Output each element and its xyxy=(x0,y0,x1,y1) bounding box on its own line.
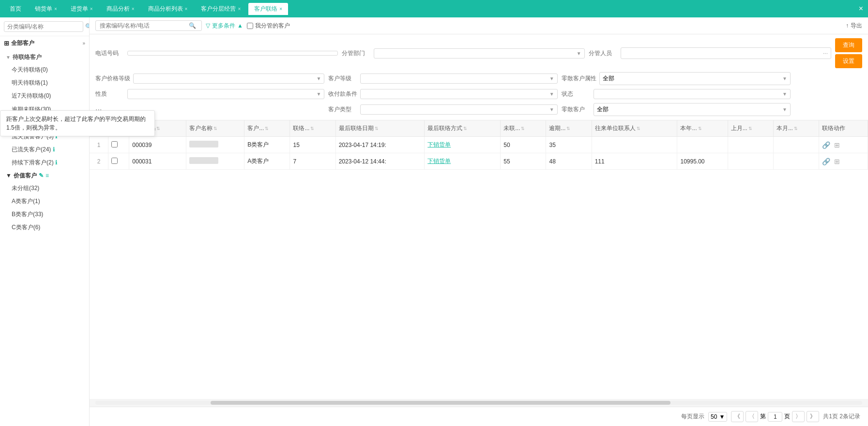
page-input[interactable] xyxy=(768,412,782,422)
nav-analysis-list[interactable]: 商品分析列表 × xyxy=(142,3,194,15)
query-button[interactable]: 查询 xyxy=(835,38,862,52)
close-analysis-tab[interactable]: × xyxy=(132,6,135,12)
col-uncontacted[interactable]: 未联... ⇅ xyxy=(501,120,546,137)
nav-purchase[interactable]: 进货单 × xyxy=(65,3,99,15)
row-code-2: 000031 xyxy=(129,153,186,170)
customer-level-select[interactable]: ▼ xyxy=(360,73,557,84)
window-close-button[interactable]: × xyxy=(859,4,863,13)
row-year-1 xyxy=(677,137,728,153)
settings-button[interactable]: 设置 xyxy=(835,54,862,68)
filter-action-buttons: 查询 设置 xyxy=(835,38,862,68)
sidebar-item-class-a[interactable]: A类客户(1) xyxy=(0,195,89,208)
row-overdue-2: 48 xyxy=(546,153,592,170)
page-end-label: 页 xyxy=(784,412,790,421)
col-this-year[interactable]: 本年... ⇅ xyxy=(677,120,728,137)
row-lastmonth-2 xyxy=(728,153,773,170)
sidebar-item-7days[interactable]: 近7天待联络(0) xyxy=(0,89,89,103)
customer-table: ⚙ 客户编码 ⇅ 客户名称 ⇅ 客户... ⇅ xyxy=(90,120,868,170)
sidebar-search-icon[interactable]: 🔍 xyxy=(85,23,90,30)
close-analysis-list-tab[interactable]: × xyxy=(185,6,188,12)
action-grid-icon-2[interactable]: ⊞ xyxy=(834,158,840,165)
search-icon[interactable]: 🔍 xyxy=(189,22,196,29)
sidebar-item-lost[interactable]: 已流失客户(24) ℹ xyxy=(0,143,89,156)
filter-nature: 性质 ▼ xyxy=(95,89,324,99)
sidebar-item-today[interactable]: 今天待联络(0) xyxy=(0,63,89,76)
nav-customer-tier[interactable]: 客户分层经营 × xyxy=(195,3,246,15)
row-overdue-1: 35 xyxy=(546,137,592,153)
next-page-btn[interactable]: 〉 xyxy=(792,411,805,422)
sidebar-item-declining[interactable]: 持续下滑客户(2) ℹ xyxy=(0,156,89,169)
close-sales-tab[interactable]: × xyxy=(54,6,57,12)
sidebar-collapse-btn[interactable]: » xyxy=(82,41,85,46)
col-overdue[interactable]: 逾期... ⇅ xyxy=(546,120,592,137)
person-select-more[interactable]: ··· xyxy=(823,50,828,57)
customer-type-select[interactable]: ▼ xyxy=(360,104,557,115)
close-purchase-tab[interactable]: × xyxy=(90,6,93,12)
dept-select[interactable]: ▼ xyxy=(374,48,584,59)
sidebar-item-ungroup[interactable]: 未分组(32) xyxy=(0,182,89,195)
page-navigation: 《 〈 第 页 〉 》 xyxy=(731,411,819,422)
customer-level-arrow: ▼ xyxy=(549,76,554,81)
tooltip-box: 距客户上次交易时长，超过了此客户的平均交易周期的1.5倍，则视为异常。 xyxy=(0,110,90,136)
row-date-2: 2023-04-12 14:44: xyxy=(335,153,425,170)
col-level[interactable]: 客户... ⇅ xyxy=(244,120,290,137)
action-link-icon-1[interactable]: 🔗 xyxy=(822,141,830,149)
sidebar-item-class-c[interactable]: C类客户(6) xyxy=(0,221,89,234)
customer-group-settings-icon[interactable]: ≡ xyxy=(46,172,49,179)
advanced-filter-panel: 电话号码 分管部门 ▼ 分管人员 ··· xyxy=(90,34,868,120)
nav-customer-contact[interactable]: 客户联络 × xyxy=(248,3,288,15)
sidebar-group-pending[interactable]: ▼ 待联络客户 xyxy=(0,50,89,63)
col-contacts[interactable]: 往来单位联系人 ⇅ xyxy=(592,120,677,137)
row-check-1[interactable] xyxy=(111,141,118,147)
scatter-customer-select[interactable]: 全部 ▼ xyxy=(594,103,791,116)
col-name[interactable]: 客户名称 ⇅ xyxy=(186,120,244,137)
filter-scatter-attr: 零散客户属性 全部 ▼ xyxy=(562,72,791,85)
payment-select[interactable]: ▼ xyxy=(360,89,557,99)
more-conditions-btn[interactable]: ▽ 更多条件 ▲ xyxy=(206,22,243,30)
col-contact-count[interactable]: 联络... ⇅ xyxy=(290,120,335,137)
first-page-btn[interactable]: 《 xyxy=(731,411,744,422)
nature-arrow: ▼ xyxy=(316,91,321,97)
last-page-btn[interactable]: 》 xyxy=(807,411,819,422)
page-size-select[interactable]: 50 ▼ xyxy=(708,412,727,422)
customer-group-value[interactable]: ▼ 价值客户 ✎ ≡ xyxy=(0,170,89,182)
phone-input[interactable] xyxy=(127,51,338,56)
action-grid-icon-1[interactable]: ⊞ xyxy=(834,141,840,149)
sidebar-search-input[interactable] xyxy=(4,21,83,32)
my-customers-checkbox[interactable]: 我分管的客户 xyxy=(247,22,290,30)
filter-price-level: 客户价格等级 ▼ xyxy=(95,73,324,84)
nav-home[interactable]: 首页 xyxy=(4,3,27,15)
col-last-type[interactable]: 最后联络方式 ⇅ xyxy=(425,120,501,137)
col-this-month[interactable]: 本月... ⇅ xyxy=(773,120,819,137)
row-num-2: 2 xyxy=(90,153,108,170)
close-customer-contact-tab[interactable]: × xyxy=(279,6,282,12)
row-check-2[interactable] xyxy=(111,158,118,164)
row-contacts-2: 111 xyxy=(592,153,677,170)
customer-group-edit-icon[interactable]: ✎ xyxy=(39,172,44,179)
person-select[interactable]: ··· xyxy=(621,47,831,59)
scatter-attr-select[interactable]: 全部 ▼ xyxy=(599,72,791,85)
scroll-thumb[interactable] xyxy=(211,401,670,405)
nav-analysis[interactable]: 商品分析 × xyxy=(101,3,140,15)
sidebar-item-class-b[interactable]: B类客户(33) xyxy=(0,208,89,221)
sidebar-item-tomorrow[interactable]: 明天待联络(1) xyxy=(0,76,89,89)
action-link-icon-2[interactable]: 🔗 xyxy=(822,158,830,165)
export-button[interactable]: ↑ 导出 xyxy=(846,22,862,30)
nav-sales[interactable]: 销货单 × xyxy=(29,3,63,15)
prev-page-btn[interactable]: 〈 xyxy=(746,411,758,422)
filter-status: 状态 ▼ xyxy=(562,89,791,99)
price-level-select[interactable]: ▼ xyxy=(133,73,324,84)
page-size-arrow: ▼ xyxy=(719,413,725,420)
my-customers-check[interactable] xyxy=(247,23,253,29)
all-customers-header[interactable]: ⊞ 全部客户 » xyxy=(0,36,89,50)
col-last-month[interactable]: 上月... ⇅ xyxy=(728,120,773,137)
nature-select[interactable]: ▼ xyxy=(127,89,324,99)
horizontal-scrollbar[interactable] xyxy=(95,401,862,405)
search-input[interactable] xyxy=(100,22,187,29)
status-select[interactable]: ▼ xyxy=(594,89,791,99)
close-customer-tier-tab[interactable]: × xyxy=(238,6,241,12)
col-last-date[interactable]: 最后联络日期 ⇅ xyxy=(335,120,425,137)
row-level-1: B类客户 xyxy=(244,137,290,153)
price-level-arrow: ▼ xyxy=(316,76,321,81)
row-level-2: A类客户 xyxy=(244,153,290,170)
